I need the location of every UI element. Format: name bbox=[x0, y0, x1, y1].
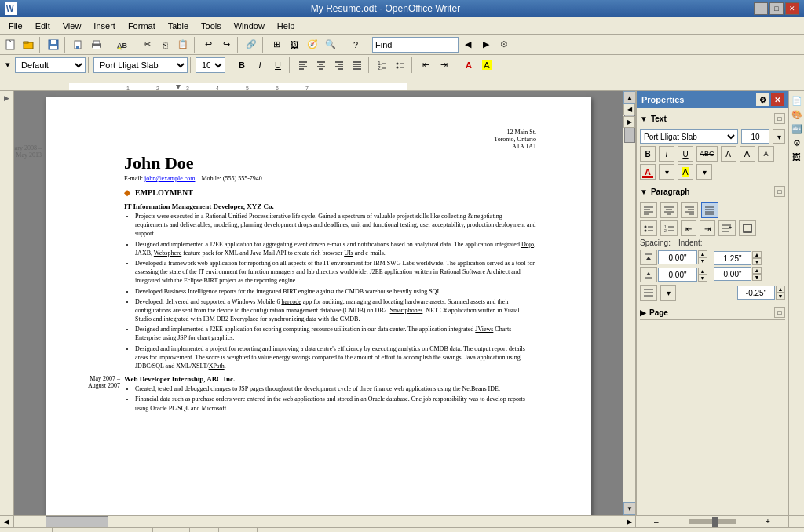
props-shadow-button[interactable]: A bbox=[721, 146, 736, 162]
props-close-button[interactable]: ✕ bbox=[771, 93, 784, 106]
align-right-button[interactable] bbox=[331, 56, 348, 74]
font-color-button[interactable]: A bbox=[460, 56, 477, 74]
props-highlight-dropdown[interactable]: ▾ bbox=[696, 164, 712, 180]
insert-image-button[interactable]: 🖼 bbox=[286, 36, 303, 53]
print-button[interactable] bbox=[88, 36, 105, 53]
redo-button[interactable]: ↪ bbox=[217, 36, 235, 53]
email-link[interactable]: john@example.com bbox=[144, 175, 195, 182]
firstline-indent-input[interactable] bbox=[737, 286, 775, 300]
page-down-button[interactable]: ▶ bbox=[623, 116, 635, 128]
highlight-color-button[interactable]: A bbox=[478, 56, 495, 74]
props-italic-button[interactable]: I bbox=[659, 146, 674, 162]
paste-button[interactable]: 📋 bbox=[174, 36, 192, 53]
page-up-button[interactable]: ◀ bbox=[623, 104, 635, 115]
props-page-header[interactable]: ▶ Page □ bbox=[640, 305, 785, 320]
bold-button[interactable]: B bbox=[233, 56, 250, 74]
props-align-left-button[interactable] bbox=[640, 202, 657, 218]
firstline-down[interactable]: ▼ bbox=[776, 293, 785, 300]
props-list-bullet-button[interactable] bbox=[640, 220, 657, 236]
props-strike-button[interactable]: ABC bbox=[696, 146, 718, 162]
props-linespacing-dropdown[interactable] bbox=[640, 285, 657, 301]
menu-view[interactable]: View bbox=[57, 19, 87, 33]
spacing-above-down[interactable]: ▼ bbox=[698, 257, 707, 264]
minimize-button[interactable]: – bbox=[754, 2, 768, 15]
props-page-expand-button[interactable]: □ bbox=[774, 307, 785, 318]
menu-format[interactable]: Format bbox=[122, 19, 161, 33]
props-linespacing-dropdown2[interactable]: ▾ bbox=[660, 285, 676, 301]
find-input[interactable] bbox=[372, 37, 459, 53]
undo-button[interactable]: ↩ bbox=[199, 36, 217, 53]
h-scroll-track[interactable] bbox=[14, 516, 623, 527]
vertical-scrollbar[interactable]: ▲ ◀ ▶ ▼ bbox=[623, 91, 635, 515]
spacing-above-input[interactable] bbox=[658, 250, 697, 264]
props-align-justify-button[interactable] bbox=[701, 202, 718, 218]
doc-scroll[interactable]: January 2008 – May 2013 12 Main St. Toro… bbox=[14, 91, 623, 515]
props-fontsize-dropdown[interactable]: ▾ bbox=[773, 129, 785, 144]
props-list-num-button[interactable]: 1.2. bbox=[660, 220, 678, 236]
menu-file[interactable]: File bbox=[3, 19, 28, 33]
style-select[interactable]: Default bbox=[15, 57, 86, 73]
document-area[interactable]: January 2008 – May 2013 12 Main St. Toro… bbox=[14, 91, 623, 515]
cut-button[interactable]: ✂ bbox=[138, 36, 155, 53]
h-scroll-right-btn[interactable]: ▶ bbox=[623, 516, 635, 527]
props-decrease-indent-button[interactable]: ⇤ bbox=[681, 220, 696, 236]
hyperlink-button[interactable]: 🔗 bbox=[243, 36, 260, 53]
font-select[interactable]: Port Lligat Slab bbox=[93, 57, 188, 73]
menu-insert[interactable]: Insert bbox=[88, 19, 121, 33]
numbering-button[interactable]: 1.2. bbox=[374, 56, 391, 74]
indent-after-down[interactable]: ▼ bbox=[752, 274, 762, 281]
indent-before-down[interactable]: ▼ bbox=[752, 258, 762, 265]
align-justify-button[interactable] bbox=[349, 56, 366, 74]
indent-after-input[interactable] bbox=[714, 267, 751, 281]
increase-indent-button[interactable]: ⇥ bbox=[435, 56, 452, 74]
props-icon-2[interactable]: 🎨 bbox=[791, 108, 803, 121]
indent-before-input[interactable] bbox=[714, 251, 751, 265]
indent-after-up[interactable]: ▲ bbox=[752, 267, 762, 274]
scroll-track[interactable]: ◀ ▶ bbox=[623, 104, 635, 502]
menu-window[interactable]: Window bbox=[228, 19, 270, 33]
spellcheck-button[interactable]: ABC bbox=[113, 36, 130, 53]
props-bold-button[interactable]: B bbox=[640, 146, 656, 162]
firstline-up[interactable]: ▲ bbox=[776, 286, 785, 293]
indent-before-up[interactable]: ▲ bbox=[752, 251, 762, 258]
fontsize-select[interactable]: 10 bbox=[196, 57, 225, 73]
find-prev-button[interactable]: ◀ bbox=[459, 36, 477, 53]
new-button[interactable] bbox=[2, 36, 19, 53]
align-center-button[interactable] bbox=[312, 56, 330, 74]
maximize-button[interactable]: □ bbox=[769, 2, 784, 15]
h-scroll-thumb[interactable] bbox=[46, 516, 108, 527]
props-font-color-button[interactable]: A bbox=[640, 164, 656, 180]
props-align-center-button[interactable] bbox=[660, 202, 678, 218]
props-options-button[interactable]: ⚙ bbox=[756, 93, 769, 106]
props-icon-5[interactable]: 🖼 bbox=[791, 151, 803, 163]
menu-edit[interactable]: Edit bbox=[30, 19, 56, 33]
menu-help[interactable]: Help bbox=[272, 19, 301, 33]
open-button[interactable] bbox=[20, 36, 37, 53]
props-underline-button[interactable]: U bbox=[678, 146, 693, 162]
props-text-expand-button[interactable]: □ bbox=[774, 113, 785, 124]
props-zoom-minus[interactable]: – bbox=[654, 517, 659, 526]
props-para-border-button[interactable] bbox=[739, 220, 756, 236]
find-options-button[interactable]: ⚙ bbox=[495, 36, 513, 53]
decrease-indent-button[interactable]: ⇤ bbox=[417, 56, 434, 74]
find-next-button[interactable]: ▶ bbox=[477, 36, 495, 53]
spacing-above-up[interactable]: ▲ bbox=[698, 250, 707, 257]
props-highlight-button[interactable]: A bbox=[678, 164, 693, 180]
props-icon-3[interactable]: 🔤 bbox=[791, 122, 803, 135]
spacing-below-up[interactable]: ▲ bbox=[698, 268, 707, 275]
spacing-below-input[interactable] bbox=[658, 268, 697, 282]
copy-button[interactable]: ⎘ bbox=[156, 36, 174, 53]
props-zoom-plus[interactable]: + bbox=[766, 517, 770, 526]
props-zoom-slider[interactable] bbox=[689, 519, 736, 524]
scroll-up-button[interactable]: ▲ bbox=[623, 91, 636, 104]
style-dropdown-btn[interactable]: ▾ bbox=[2, 56, 14, 74]
props-text-header[interactable]: ▼ Text □ bbox=[640, 111, 785, 126]
props-increase-indent-button[interactable]: ⇥ bbox=[700, 220, 715, 236]
save-button[interactable] bbox=[45, 36, 62, 53]
underline-button[interactable]: U bbox=[269, 56, 287, 74]
align-left-button[interactable] bbox=[294, 56, 312, 74]
table-button[interactable]: ⊞ bbox=[268, 36, 285, 53]
props-font-select[interactable]: Port Lligat Slab bbox=[640, 129, 738, 144]
print-preview-button[interactable] bbox=[70, 36, 87, 53]
props-zoom-slider-thumb[interactable] bbox=[712, 517, 718, 527]
